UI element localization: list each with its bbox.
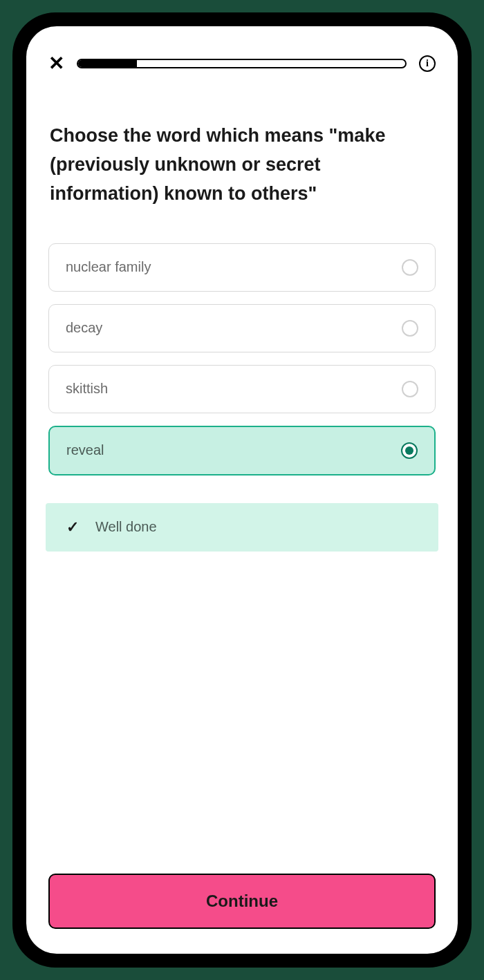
question-text: Choose the word which means "make (previ… (46, 122, 438, 209)
option-label: reveal (66, 442, 104, 458)
options-list: nuclear family decay skittish reveal (46, 243, 438, 475)
option-decay[interactable]: decay (48, 304, 436, 352)
option-reveal[interactable]: reveal (48, 426, 436, 475)
continue-button[interactable]: Continue (48, 874, 436, 929)
check-icon: ✓ (66, 518, 79, 536)
option-label: skittish (66, 381, 108, 397)
header-bar: ✕ i (46, 54, 438, 73)
progress-bar (77, 59, 407, 68)
progress-fill (78, 60, 137, 67)
radio-icon (402, 320, 418, 337)
feedback-text: Well done (95, 519, 157, 535)
phone-screen: ✕ i Choose the word which means "make (p… (26, 26, 458, 954)
option-label: decay (66, 320, 102, 336)
phone-frame: ✕ i Choose the word which means "make (p… (14, 14, 470, 966)
spacer (46, 552, 438, 874)
option-nuclear-family[interactable]: nuclear family (48, 243, 436, 292)
radio-selected-icon (401, 442, 418, 459)
info-icon[interactable]: i (419, 55, 436, 72)
option-label: nuclear family (66, 259, 151, 275)
radio-icon (402, 381, 418, 397)
close-icon[interactable]: ✕ (48, 54, 64, 73)
option-skittish[interactable]: skittish (48, 365, 436, 413)
radio-icon (402, 259, 418, 276)
feedback-banner: ✓ Well done (46, 503, 438, 552)
